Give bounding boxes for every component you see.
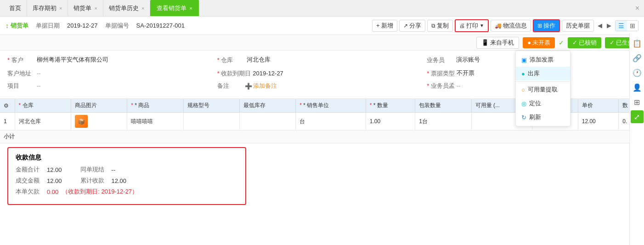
unopen-label: 未开票 — [532, 39, 550, 47]
logistics-button[interactable]: 🚚 物流信息 — [491, 20, 531, 32]
row-min-stock[interactable] — [239, 113, 295, 131]
menu-outbound[interactable]: ● 出库 — [516, 67, 570, 80]
next-icon[interactable]: ▶ — [605, 21, 613, 30]
tab-history-close[interactable]: × — [141, 6, 144, 11]
customer-field: 客户 柳州粤港平安气体有限公司 — [7, 55, 217, 65]
row-seq: 1 — [0, 113, 15, 131]
warehouse-value[interactable]: 河北仓库 — [245, 55, 427, 65]
col-sales-unit: * 销售单位 — [296, 99, 366, 113]
history-label: 历史单据 — [566, 22, 590, 30]
doc-type-label: 销货单 — [11, 22, 28, 30]
copy-label: 复制 — [437, 22, 449, 30]
row-quantity[interactable]: 1.00 — [366, 113, 415, 131]
row-sales-unit[interactable]: 台 — [296, 113, 366, 131]
operate-button[interactable]: ⊞ 操作 — [533, 19, 560, 32]
same-order-field: 同单现结 -- — [80, 165, 116, 174]
same-order-value: -- — [112, 166, 116, 173]
share-label: 分享 — [409, 22, 421, 30]
tab-sales-close[interactable]: × — [94, 6, 97, 11]
same-order-label: 同单现结 — [80, 165, 108, 174]
add-invoice-icon: ▣ — [521, 57, 527, 63]
transaction-label: 成交金额 — [16, 177, 43, 185]
confirm-icon[interactable]: ✓ — [559, 39, 564, 46]
menu-divider — [516, 81, 570, 82]
row-product[interactable]: 嘻嘻嘻嘻 — [127, 113, 183, 131]
cumulative-label: 累计收款 — [80, 177, 108, 185]
locate-icon: ◎ — [521, 100, 526, 107]
row-spec[interactable] — [183, 113, 239, 131]
phone-icon: 📱 — [481, 39, 489, 46]
menu-add-invoice[interactable]: ▣ 添加发票 — [516, 53, 570, 67]
refresh-label: 刷新 — [529, 113, 541, 121]
row-warehouse[interactable]: 河北仓库 — [15, 113, 71, 131]
number-label: 单据编号 — [105, 22, 129, 30]
refresh-icon: ↻ — [521, 114, 526, 121]
add-invoice-label: 添加发票 — [530, 56, 554, 64]
tab-sales-history[interactable]: 销货单历史 × — [103, 0, 150, 16]
col-quantity: * 数量 — [366, 99, 415, 113]
doc-title: ↕ 销货单 — [6, 22, 28, 30]
global-close-icon[interactable]: × — [635, 4, 639, 12]
available-pickup-label: 可用量提取 — [528, 85, 558, 94]
note-button[interactable]: 📋 — [631, 37, 644, 50]
transaction-field: 成交金额 12.00 — [16, 177, 62, 185]
new-button[interactable]: + 新增 — [372, 20, 397, 32]
warehouse-field: 仓库 河北仓库 — [217, 55, 427, 65]
logistics-icon: 🚚 — [495, 23, 502, 29]
tab-view-close[interactable]: × — [189, 6, 192, 11]
user-circle-button[interactable]: 👤 — [631, 81, 644, 94]
owed-field: 本单欠款 0.00 （收款到期日: 2019-12-27） — [16, 188, 138, 196]
tab-inventory-init[interactable]: 库存期初 × — [27, 0, 68, 16]
tab-inventory-close[interactable]: × — [59, 6, 62, 11]
payment-date-value[interactable]: 2019-12-27 — [251, 69, 427, 78]
link-button[interactable]: 🔗 — [631, 51, 644, 64]
cumulative-field: 累计收款 12.00 — [80, 177, 127, 185]
tab-home[interactable]: 首页 — [4, 0, 27, 16]
ticket-label: 票据类型 — [427, 69, 455, 78]
list-view-icon[interactable]: ☰ — [616, 21, 627, 31]
checked-label: 已核销 — [579, 39, 597, 47]
remark-add-label: 添加备注 — [253, 82, 277, 90]
col-gear[interactable]: ⚙ — [0, 99, 15, 113]
menu-locate[interactable]: ◎ 定位 — [516, 97, 570, 110]
table-view-button[interactable]: ⊞ — [631, 96, 644, 108]
unopen-badge[interactable]: ● 未开票 — [523, 37, 555, 48]
project-field: 项目 -- — [7, 82, 217, 90]
row-pack-qty[interactable]: 1台 — [415, 113, 471, 131]
view-toggle: ☰ ⊞ — [615, 20, 638, 31]
effect-icon: ✓ — [610, 39, 615, 46]
tab-bar: 首页 库存期初 × 销货单 × 销货单历史 × 查看销货单 × × — [0, 0, 644, 17]
tab-view-sales[interactable]: 查看销货单 × — [150, 0, 199, 16]
checked-badge[interactable]: ✓ 已核销 — [568, 37, 601, 48]
print-label: 打印 — [466, 22, 478, 30]
address-label: 客户地址 — [7, 69, 35, 78]
history-circle-button[interactable]: 🕐 — [631, 66, 644, 79]
col-spec: 规格型号 — [183, 99, 239, 113]
row-product-img: 📦 — [71, 113, 127, 131]
right-sidebar: 📋 🔗 🕐 👤 ⊞ ⤢ — [629, 33, 644, 245]
from-phone-button[interactable]: 📱 来自手机 — [476, 37, 519, 49]
subtotal-label: 小计 — [0, 131, 644, 143]
project-value[interactable]: -- — [35, 82, 217, 90]
prev-icon[interactable]: ◀ — [596, 21, 604, 30]
menu-available-pickup[interactable]: ○ 可用量提取 — [516, 83, 570, 97]
print-button[interactable]: 🖨 打印 ▼ — [455, 19, 489, 32]
copy-button[interactable]: ⧉ 复制 — [427, 20, 453, 32]
unopen-icon: ● — [527, 39, 531, 46]
customer-label: 客户 — [7, 56, 35, 64]
add-remark-button[interactable]: ➕ 添加备注 — [245, 82, 277, 90]
content-area: ↕ 销货单 单据日期 2019-12-27 单据编号 SA-20191227-0… — [0, 17, 644, 245]
expand-button[interactable]: ⤢ — [631, 110, 644, 123]
tab-sales-order[interactable]: 销货单 × — [68, 0, 103, 16]
total-label: 金额合计 — [16, 165, 43, 174]
grid-view-icon[interactable]: ⊞ — [627, 21, 638, 31]
payment-date-label: 收款到期日 — [217, 69, 251, 78]
share-button[interactable]: ↗ 分享 — [399, 20, 425, 32]
menu-refresh[interactable]: ↻ 刷新 — [516, 110, 570, 124]
payment-row-2: 成交金额 12.00 累计收款 12.00 — [16, 177, 238, 185]
row-unit-price[interactable]: 12.00 — [578, 113, 619, 131]
address-value[interactable]: -- — [35, 69, 217, 78]
col-product: * 商品 — [127, 99, 183, 113]
customer-value[interactable]: 柳州粤港平安气体有限公司 — [35, 55, 217, 65]
history-button[interactable]: 历史单据 — [562, 20, 594, 32]
